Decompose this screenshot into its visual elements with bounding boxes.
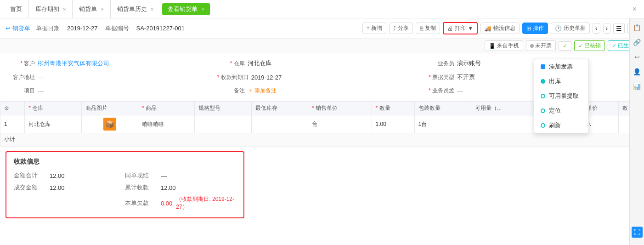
th-warehouse: 仓库 — [25, 102, 81, 115]
doc-type-label: 销货单 — [12, 24, 30, 33]
td-qty: 1.00 — [372, 115, 414, 133]
add-note-button[interactable]: ＋ 添加备注 — [248, 87, 277, 95]
sidebar-clipboard-icon[interactable]: 📋 — [632, 22, 643, 33]
window-close-button[interactable]: × — [629, 5, 640, 13]
not-open-dot — [530, 44, 534, 48]
doc-type-badge: ↩ 销货单 — [6, 24, 30, 33]
phone-icon: 📱 — [489, 43, 496, 49]
same-order-settle-value: — — [161, 172, 167, 179]
right-sidebar: 📋 🔗 ↩ 👤 📊 ⛶ — [629, 18, 644, 245]
number-value: SA-20191227-001 — [136, 25, 185, 32]
sidebar-link-icon[interactable]: 🔗 — [632, 37, 643, 48]
tab-bar: 首页 库存期初 × 销货单 × 销货单历史 × 查看销货单 × × — [0, 0, 644, 18]
balance-note: （收款到期日: 2019-12-27） — [176, 195, 236, 211]
total-received-row: 累计收款 12.00 — [125, 182, 236, 193]
refresh-icon — [541, 123, 545, 128]
project-value: — — [38, 87, 44, 94]
tab-sales-order[interactable]: 销货单 × — [73, 0, 110, 18]
available-pickup-icon — [541, 94, 545, 98]
salesperson-label: 业务员 — [427, 60, 454, 68]
th-image: 商品图片 — [81, 102, 138, 115]
deal-amount-row: 成交金额 12.00 — [14, 182, 125, 193]
logistics-icon: 🚚 — [485, 25, 491, 32]
tab-home[interactable]: 首页 — [4, 0, 29, 18]
total-received-value: 12.00 — [161, 184, 176, 191]
copy-icon: ⎘ — [420, 25, 423, 32]
add-invoice-item[interactable]: 添加发票 — [534, 59, 588, 74]
note-label: 备注 — [217, 87, 245, 95]
print-icon: 🖨 — [447, 25, 453, 32]
settings-icon[interactable]: ⚙ — [4, 105, 9, 112]
locate-item[interactable]: 定位 — [534, 103, 588, 118]
copy-button[interactable]: ⎘ 复制 — [416, 23, 440, 34]
verify-icon-button[interactable]: ✓ — [559, 41, 571, 51]
th-spec: 规格型号 — [195, 102, 251, 115]
td-pkg-qty: 1台 — [414, 115, 471, 133]
from-phone-button[interactable]: 📱 来自手机 — [485, 40, 523, 51]
print-dropdown-arrow: ▼ — [468, 25, 473, 32]
refresh-label: 刷新 — [549, 121, 561, 130]
th-settings[interactable]: ⚙ — [0, 102, 25, 115]
operation-button[interactable]: ⊞ 操作 — [522, 23, 548, 34]
subtotal-cell: 小计 — [0, 133, 644, 146]
address-value: — — [38, 74, 44, 81]
tab-view-sales[interactable]: 查看销货单 × — [162, 3, 210, 15]
verified-button[interactable]: ✓ 已核销 — [574, 40, 605, 51]
th-pkg-qty: 包装数量 — [414, 102, 471, 115]
warehouse-label: 仓库 — [217, 60, 245, 68]
project-label: 项目 — [7, 87, 35, 95]
logistics-button[interactable]: 🚚 物流信息 — [480, 23, 520, 34]
warehouse-value: 河北仓库 — [248, 59, 271, 68]
same-order-settle-row: 同单现结 — — [125, 171, 236, 181]
td-available — [471, 115, 537, 133]
td-no: 1 — [0, 115, 25, 133]
td-image: 📦 — [81, 115, 138, 133]
sidebar-return-icon[interactable]: ↩ — [632, 51, 643, 63]
payment-grid: 金额合计 12.00 同单现结 — 成交金额 12.00 累计收款 12.00 — [14, 171, 236, 212]
doc-header: ↩ 销货单 单据日期 2019-12-27 单据编号 SA-20191227-0… — [0, 18, 644, 39]
tab-close-sales[interactable]: × — [101, 6, 103, 12]
td-min-stock — [251, 115, 308, 133]
outbound-label: 出库 — [549, 77, 561, 85]
total-received-label: 累计收款 — [125, 183, 157, 192]
tab-sales-history[interactable]: 销货单历史 × — [111, 0, 160, 18]
outbound-item[interactable]: 出库 — [534, 74, 588, 89]
sidebar-expand-icon[interactable]: ⛶ — [632, 227, 643, 238]
doc-type-icon: ↩ — [6, 25, 11, 32]
history-button[interactable]: 🕐 历史单据 — [551, 23, 590, 34]
customer-field: 客户 柳州粤港平安气体有限公司 — [7, 58, 217, 69]
prev-button[interactable]: ‹ — [593, 23, 600, 34]
not-open-button[interactable]: 未开票 — [526, 40, 556, 51]
product-image: 📦 — [103, 118, 116, 131]
ticket-type-field: 票据类型 不开票 — [427, 72, 637, 83]
total-amount-label: 金额合计 — [14, 171, 46, 180]
td-warehouse: 河北仓库 — [25, 115, 81, 133]
tab-close-history[interactable]: × — [151, 6, 153, 12]
note-field: 备注 ＋ 添加备注 — [217, 85, 427, 96]
ticket-type-label: 票据类型 — [427, 74, 454, 81]
new-button[interactable]: + 新增 — [362, 23, 386, 34]
salesperson2-field: 业务员孟 — — [427, 85, 637, 96]
sidebar-chart-icon[interactable]: 📊 — [632, 81, 643, 92]
sidebar-person-icon[interactable]: 👤 — [632, 66, 643, 77]
th-available: 可用量（... — [471, 102, 537, 115]
refresh-item[interactable]: 刷新 — [534, 118, 588, 133]
grid-icon: ⊞ — [526, 25, 531, 32]
view-list-button[interactable]: ☰ — [613, 23, 625, 34]
add-invoice-icon — [541, 64, 545, 69]
next-button[interactable]: › — [603, 23, 610, 34]
share-button[interactable]: ⤴ 分享 — [389, 23, 413, 34]
tab-close-inventory[interactable]: × — [63, 6, 66, 12]
due-date-value: 2019-12-27 — [251, 74, 282, 81]
customer-value[interactable]: 柳州粤港平安气体有限公司 — [38, 59, 109, 68]
print-button[interactable]: 🖨 打印 ▼ — [444, 23, 477, 34]
doc-header-right: + 新增 ⤴ 分享 ⎘ 复制 🖨 打印 ▼ — [362, 22, 638, 34]
tab-close-view[interactable]: × — [201, 6, 204, 12]
locate-label: 定位 — [549, 107, 561, 115]
td-spec — [195, 115, 251, 133]
available-pickup-item[interactable]: 可用量提取 — [534, 89, 588, 103]
th-qty: 数量 — [372, 102, 414, 115]
th-min-stock: 最低库存 — [251, 102, 308, 115]
address-field: 客户地址 — — [7, 72, 217, 83]
tab-inventory-init[interactable]: 库存期初 × — [29, 0, 73, 18]
